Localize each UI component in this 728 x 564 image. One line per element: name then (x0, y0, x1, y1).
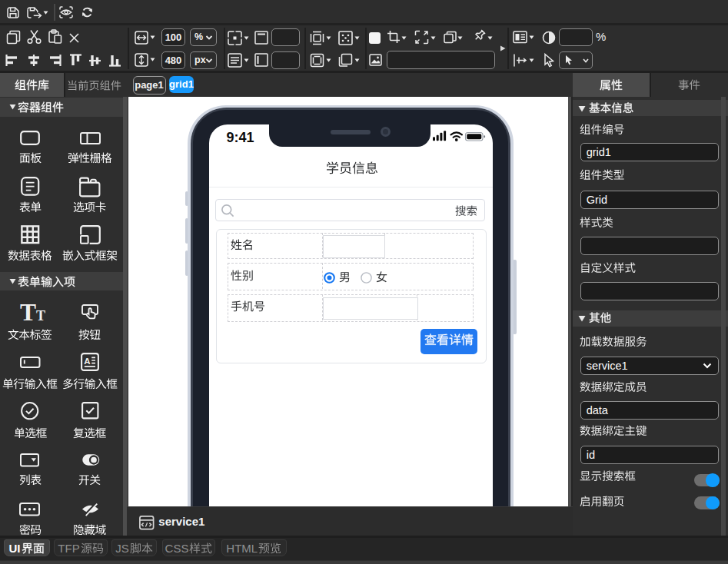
svg-text:A: A (84, 357, 90, 366)
